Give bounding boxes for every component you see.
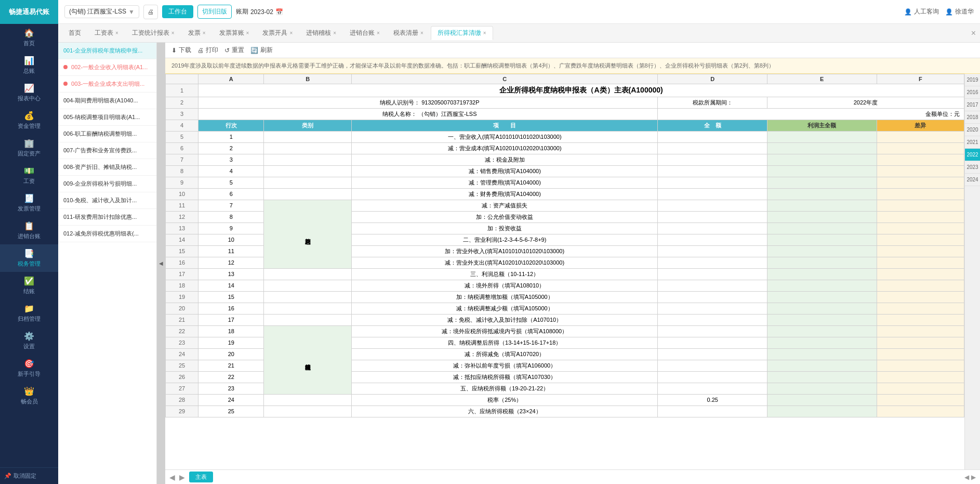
cell-item-1[interactable]: 一、营业收入(填写A101010\101020\103000): [351, 131, 658, 142]
cell-line-5[interactable]: 5: [198, 177, 264, 188]
tab-invoice-open[interactable]: 发票开具 ×: [256, 27, 299, 40]
left-panel-item-005[interactable]: 005-纳税调整项目明细表(A1...: [58, 109, 156, 126]
cell-diff-7[interactable]: [877, 200, 964, 211]
cell-diff-10[interactable]: [877, 234, 964, 245]
cell-item-22[interactable]: 减：抵扣应纳税所得额（填写A107030）: [351, 371, 658, 383]
cell-line-22[interactable]: 22: [198, 371, 264, 383]
cell-diff-14[interactable]: [877, 280, 964, 291]
tab-sales-ledger[interactable]: 进销台账 ×: [343, 27, 386, 40]
cell-cat-3[interactable]: [264, 154, 351, 165]
cell-cat-1[interactable]: [264, 131, 351, 142]
left-panel-item-007[interactable]: 007-广告费和业务宣传费跌...: [58, 142, 156, 159]
cell-line-1[interactable]: 1: [198, 131, 264, 142]
cell-line-24[interactable]: 24: [198, 394, 264, 405]
cell-profit-21[interactable]: [767, 360, 877, 371]
cell-item-3[interactable]: 减：税金及附加: [351, 154, 658, 165]
print-button[interactable]: 🖨 打印: [197, 46, 218, 55]
cell-item-9[interactable]: 加：投资收益: [351, 223, 658, 234]
panel-collapse-btn[interactable]: ◀: [157, 43, 165, 484]
sidebar-item-closing[interactable]: ✅ 结账: [0, 272, 58, 299]
cell-profit-7[interactable]: [767, 200, 877, 211]
cell-profit-10[interactable]: [767, 234, 877, 245]
cell-diff-8[interactable]: [877, 211, 964, 223]
left-panel-item-010[interactable]: 010-免税、减计收入及加计...: [58, 192, 156, 209]
tab-payroll-stat[interactable]: 工资统计报表 ×: [126, 27, 181, 40]
tab-tax-clear-close[interactable]: ×: [420, 30, 423, 36]
cell-item-15[interactable]: 加：纳税调整增加额（填写A105000）: [351, 291, 658, 303]
sheet-scroll-left[interactable]: ◀: [964, 474, 969, 481]
timeline-2021[interactable]: 2021: [965, 136, 980, 149]
cell-diff-25[interactable]: [877, 405, 964, 417]
left-panel-item-006[interactable]: 006-职工薪酬纳税调整明细...: [58, 126, 156, 142]
cell-item-11[interactable]: 加：营业外收入(填写A101010\101020\103000): [351, 245, 658, 257]
spreadsheet-container[interactable]: A B C D E F 1 企业所: [165, 74, 980, 470]
sidebar-item-asset[interactable]: 🏢 固定资产: [0, 134, 58, 162]
cell-diff-15[interactable]: [877, 291, 964, 303]
cell-item-7[interactable]: 减：资产减值损失: [351, 200, 658, 211]
cell-line-23[interactable]: 23: [198, 383, 264, 394]
cell-cat-6[interactable]: [264, 188, 351, 200]
cell-amt-17[interactable]: [658, 314, 767, 325]
cell-item-20[interactable]: 减：所得减免（填写A107020）: [351, 348, 658, 360]
cell-line-21[interactable]: 21: [198, 360, 264, 371]
cell-item-18[interactable]: 减：境外应税所得抵减境内亏损（填写A108000）: [351, 325, 658, 337]
cell-profit-18[interactable]: [767, 325, 877, 337]
tab-invoice-calc[interactable]: 发票算账 ×: [213, 27, 256, 40]
sheet-nav-prev[interactable]: ◀: [169, 473, 175, 481]
close-all-tabs[interactable]: ×: [971, 29, 976, 38]
sidebar-item-settings[interactable]: ⚙️ 设置: [0, 327, 58, 355]
cell-diff-12[interactable]: [877, 257, 964, 268]
timeline-2024[interactable]: 2024: [965, 174, 980, 186]
cell-diff-19[interactable]: [877, 337, 964, 348]
cell-cat-5[interactable]: [264, 177, 351, 188]
cell-item-14[interactable]: 减：境外所得（填写A108010）: [351, 280, 658, 291]
cell-item-4[interactable]: 减：销售费用(填写A104000): [351, 165, 658, 177]
cell-amt-23[interactable]: [658, 383, 767, 394]
cell-amt-25[interactable]: [658, 405, 767, 417]
timeline-2018[interactable]: 2018: [965, 111, 980, 124]
cell-amt-13[interactable]: [658, 268, 767, 280]
sidebar-item-archive[interactable]: 📁 归档管理: [0, 299, 58, 327]
reset-button[interactable]: ↺ 重置: [224, 46, 244, 55]
cell-profit-25[interactable]: [767, 405, 877, 417]
sidebar-item-report[interactable]: 📈 报表中心: [0, 79, 58, 107]
tab-payroll-close[interactable]: ×: [115, 30, 118, 36]
sidebar-item-ledger[interactable]: 📊 总账: [0, 51, 58, 79]
cell-item-10[interactable]: 二、营业利润(1-2-3-4-5-6-7-8+9): [351, 234, 658, 245]
cell-line-9[interactable]: 9: [198, 223, 264, 234]
left-panel-item-009[interactable]: 009-企业所得税补亏损明细...: [58, 176, 156, 192]
cell-amt-19[interactable]: [658, 337, 767, 348]
cell-diff-4[interactable]: [877, 165, 964, 177]
timeline-2019[interactable]: 2019: [965, 74, 980, 86]
cell-line-2[interactable]: 2: [198, 142, 264, 154]
cell-cat-25[interactable]: [264, 405, 351, 417]
cell-item-25[interactable]: 六、应纳所得税额（23×24）: [351, 405, 658, 417]
refresh-button[interactable]: 🔄 刷新: [250, 46, 273, 55]
cell-cat-13[interactable]: [264, 268, 351, 280]
cell-profit-24[interactable]: [767, 394, 877, 405]
cell-line-8[interactable]: 8: [198, 211, 264, 223]
cell-amt-20[interactable]: [658, 348, 767, 360]
cell-cat-4[interactable]: [264, 165, 351, 177]
cell-amt-3[interactable]: [658, 154, 767, 165]
tab-invoice-open-close[interactable]: ×: [289, 30, 293, 36]
timeline-2017[interactable]: 2017: [965, 99, 980, 111]
cell-profit-20[interactable]: [767, 348, 877, 360]
cell-line-19[interactable]: 19: [198, 337, 264, 348]
cell-amt-14[interactable]: [658, 280, 767, 291]
cell-item-12[interactable]: 减：营业外支出(填写A102010\102020\103000): [351, 257, 658, 268]
cell-diff-24[interactable]: [877, 394, 964, 405]
cell-profit-3[interactable]: [767, 154, 877, 165]
sidebar-item-home[interactable]: 🏠 首页: [0, 24, 58, 51]
cell-cat-16[interactable]: [264, 303, 351, 314]
tab-purchase[interactable]: 进销稽核 ×: [300, 27, 342, 40]
cell-diff-21[interactable]: [877, 360, 964, 371]
tab-purchase-close[interactable]: ×: [333, 30, 336, 36]
cell-amt-2[interactable]: [658, 142, 767, 154]
cell-item-5[interactable]: 减：管理费用(填写A104000): [351, 177, 658, 188]
cell-profit-23[interactable]: [767, 383, 877, 394]
cell-line-11[interactable]: 11: [198, 245, 264, 257]
cell-line-7[interactable]: 7: [198, 200, 264, 211]
cell-cat-14[interactable]: [264, 280, 351, 291]
timeline-2022[interactable]: 2022: [965, 149, 980, 161]
